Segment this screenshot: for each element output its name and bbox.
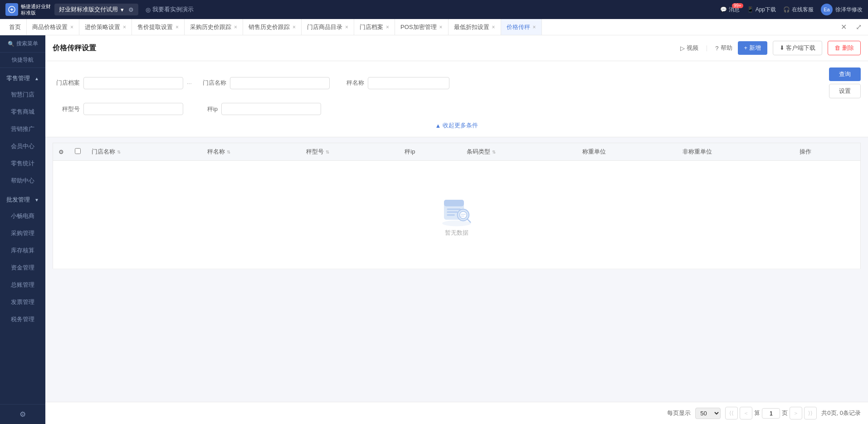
th-operations: 操作 bbox=[794, 143, 861, 161]
sidebar-wholesale-header[interactable]: 批发管理 ▼ bbox=[0, 192, 45, 207]
sidebar-settings-btn[interactable]: ⚙ bbox=[0, 404, 45, 424]
delete-button-label: 🗑 删除 bbox=[834, 44, 854, 52]
sidebar-item-retail-stats[interactable]: 零售统计 bbox=[0, 155, 45, 172]
sidebar-item-tax-label: 税务管理 bbox=[11, 315, 34, 323]
sidebar-quick-nav[interactable]: 快捷导航 bbox=[0, 53, 45, 68]
messages-btn[interactable]: 💬 消息 99+ bbox=[720, 6, 740, 14]
chevron-down-icon: ▾ bbox=[121, 6, 124, 13]
data-table: ⚙ 门店名称 ⇅ 秤名称 bbox=[53, 143, 861, 269]
tab-store-catalog-close[interactable]: × bbox=[345, 24, 348, 30]
sort-barcode-icon[interactable]: ⇅ bbox=[492, 149, 496, 154]
tab-close-all-btn[interactable]: ✕ bbox=[838, 23, 849, 31]
th-scale-ip: 秤ip bbox=[399, 143, 461, 161]
tab-expand-btn[interactable]: ⤢ bbox=[853, 23, 864, 31]
tab-min-discount[interactable]: 最低折扣设置 × bbox=[449, 19, 501, 35]
page-input[interactable] bbox=[762, 408, 780, 419]
tab-pos-management-close[interactable]: × bbox=[439, 24, 443, 30]
add-button-label: + 新增 bbox=[744, 44, 761, 52]
tab-purchase-strategy[interactable]: 进价策略设置 × bbox=[79, 19, 132, 35]
sidebar-item-purchase-mgmt-label: 采购管理 bbox=[11, 229, 34, 237]
next-page-btn[interactable]: ＞ bbox=[790, 407, 802, 419]
add-button[interactable]: + 新增 bbox=[738, 41, 767, 55]
empty-text: 暂无数据 bbox=[445, 229, 468, 237]
sidebar-item-purchase-mgmt[interactable]: 采购管理 bbox=[0, 225, 45, 242]
tab-store-catalog[interactable]: 门店商品目录 × bbox=[302, 19, 354, 35]
sidebar-item-general-ledger-label: 总账管理 bbox=[11, 281, 34, 289]
svg-rect-5 bbox=[447, 212, 458, 213]
store-name-input[interactable] bbox=[230, 77, 330, 89]
tab-sale-extract-close[interactable]: × bbox=[176, 24, 179, 30]
more-options-icon[interactable]: ··· bbox=[187, 80, 192, 87]
sidebar-item-inventory[interactable]: 库存核算 bbox=[0, 242, 45, 259]
sidebar-item-finance[interactable]: 资金管理 bbox=[0, 259, 45, 276]
tab-sale-history[interactable]: 销售历史价跟踪 × bbox=[243, 19, 302, 35]
online-service-label: 在线客服 bbox=[792, 6, 814, 14]
sidebar-item-general-ledger[interactable]: 总账管理 bbox=[0, 276, 45, 294]
tab-home[interactable]: 首页 bbox=[4, 19, 27, 35]
tab-sale-history-close[interactable]: × bbox=[293, 24, 296, 30]
tab-price-settings-close[interactable]: × bbox=[70, 24, 73, 30]
tab-purchase-strategy-close[interactable]: × bbox=[123, 24, 126, 30]
select-all-checkbox[interactable] bbox=[75, 148, 81, 154]
help-link[interactable]: ? 帮助 bbox=[715, 44, 732, 52]
sidebar-item-retail-mall[interactable]: 零售商城 bbox=[0, 103, 45, 120]
sidebar-item-marketing[interactable]: 营销推广 bbox=[0, 120, 45, 138]
tab-sale-extract[interactable]: 售价提取设置 × bbox=[132, 19, 185, 35]
tab-sale-history-label: 销售历史价跟踪 bbox=[249, 23, 290, 31]
sidebar-item-ecommerce[interactable]: 小畅电商 bbox=[0, 207, 45, 225]
th-non-weight-unit: 非称重单位 bbox=[677, 143, 794, 161]
empty-state: 暂无数据 bbox=[59, 165, 855, 264]
settings-button-label: 设置 bbox=[839, 87, 851, 95]
tab-min-discount-close[interactable]: × bbox=[492, 24, 495, 30]
sidebar-item-smart-store[interactable]: 智慧门店 bbox=[0, 86, 45, 103]
tab-purchase-history[interactable]: 采购历史价跟踪 × bbox=[185, 19, 243, 35]
tab-pos-management[interactable]: POS加密管理 × bbox=[395, 19, 448, 35]
tab-price-transfer-close[interactable]: × bbox=[533, 24, 536, 30]
sidebar-retail-header[interactable]: 零售管理 ▲ bbox=[0, 71, 45, 86]
sidebar-item-invoice-label: 发票管理 bbox=[11, 298, 34, 306]
scale-model-input[interactable] bbox=[83, 103, 183, 115]
user-area[interactable]: Ea 徐泽华修改 bbox=[821, 4, 863, 15]
settings-icon[interactable]: ⚙ bbox=[128, 6, 134, 13]
app-download-btn[interactable]: 📱 App下载 bbox=[747, 6, 776, 14]
header-right: 💬 消息 99+ 📱 App下载 🎧 在线客服 Ea 徐泽华修改 bbox=[720, 4, 863, 15]
sidebar-item-help[interactable]: 帮助中心 bbox=[0, 172, 45, 189]
sidebar-item-invoice[interactable]: 发票管理 bbox=[0, 294, 45, 311]
scale-ip-input[interactable] bbox=[221, 103, 321, 115]
sidebar-search[interactable]: 🔍 搜索菜单 bbox=[0, 35, 45, 53]
tab-store-profile[interactable]: 门店档案 × bbox=[354, 19, 395, 35]
per-page-select[interactable]: 20 50 100 bbox=[695, 408, 721, 419]
app-download-label: App下载 bbox=[756, 6, 776, 14]
sidebar-item-tax[interactable]: 税务管理 bbox=[0, 311, 45, 328]
store-profile-input[interactable] bbox=[83, 77, 183, 89]
sort-store-name-icon[interactable]: ⇅ bbox=[117, 149, 121, 154]
tab-purchase-history-close[interactable]: × bbox=[234, 24, 237, 30]
settings-button[interactable]: 设置 bbox=[829, 84, 861, 98]
collapse-btn[interactable]: ▲ 收起更多条件 bbox=[53, 120, 861, 133]
first-page-btn[interactable]: ⟨⟨ bbox=[725, 407, 738, 419]
scale-name-input[interactable] bbox=[368, 77, 449, 89]
sidebar-item-member[interactable]: 会员中心 bbox=[0, 138, 45, 155]
prev-page-btn[interactable]: ＜ bbox=[740, 407, 752, 419]
sort-scale-name-icon[interactable]: ⇅ bbox=[227, 149, 230, 154]
tab-price-transfer[interactable]: 价格传秤 × bbox=[501, 19, 542, 35]
th-store-name: 门店名称 ⇅ bbox=[86, 143, 202, 161]
online-service-btn[interactable]: 🎧 在线客服 bbox=[783, 6, 814, 14]
query-button[interactable]: 查询 bbox=[829, 67, 861, 81]
demo-link[interactable]: ◎ 我要看实例演示 bbox=[146, 5, 194, 14]
th-weight-unit: 称重单位 bbox=[577, 143, 677, 161]
tab-store-profile-close[interactable]: × bbox=[386, 24, 389, 30]
version-dropdown[interactable]: 好业财标准版交付试用 ▾ ⚙ bbox=[54, 4, 138, 15]
delete-button[interactable]: 🗑 删除 bbox=[828, 41, 861, 55]
tab-price-settings[interactable]: 商品价格设置 × bbox=[27, 19, 79, 35]
last-page-btn[interactable]: ⟩⟩ bbox=[804, 407, 817, 419]
page-nav: ⟨⟨ ＜ 算 页 ＞ ⟩⟩ bbox=[725, 407, 817, 419]
logo-text: 畅捷通好业财 标准版 bbox=[21, 3, 51, 16]
download-button[interactable]: ⬇ 客户端下载 bbox=[773, 41, 823, 55]
logo-icon bbox=[5, 3, 18, 16]
tab-store-profile-label: 门店档案 bbox=[360, 23, 383, 31]
demo-icon: ◎ bbox=[146, 6, 151, 13]
video-link[interactable]: ▷ 视频 bbox=[680, 44, 698, 52]
column-settings-icon[interactable]: ⚙ bbox=[59, 149, 64, 155]
sort-scale-model-icon[interactable]: ⇅ bbox=[326, 149, 329, 154]
